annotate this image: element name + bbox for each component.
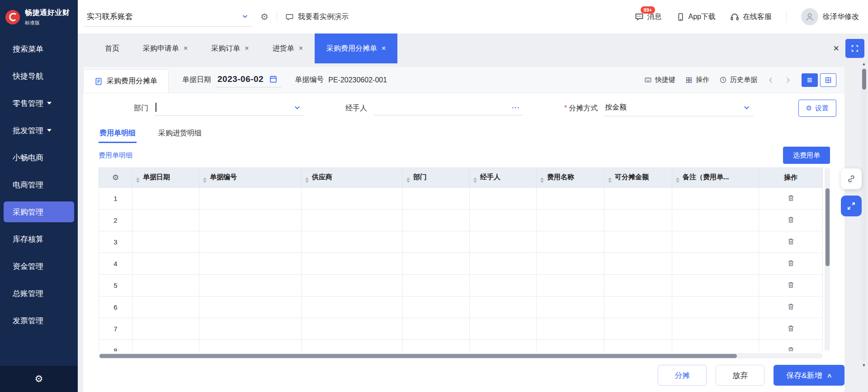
sidebar-item-xiaochang-ecommerce[interactable]: 小畅电商 bbox=[0, 144, 78, 171]
column-settings-icon[interactable]: ⚙ bbox=[112, 173, 119, 182]
sidebar-item-purchase[interactable]: 采购管理 bbox=[4, 201, 74, 222]
cell-fee-name[interactable] bbox=[537, 318, 604, 340]
delete-row-button[interactable] bbox=[787, 216, 795, 224]
sidebar-item-invoice[interactable]: 发票管理 bbox=[0, 307, 78, 334]
department-input[interactable] bbox=[155, 100, 304, 116]
cell-supplier[interactable] bbox=[302, 318, 403, 340]
cell-department[interactable] bbox=[403, 296, 470, 318]
detail-view-button[interactable] bbox=[820, 73, 836, 87]
close-icon[interactable]: × bbox=[382, 45, 386, 52]
tab-goods-receipt[interactable]: 进货单× bbox=[261, 33, 315, 63]
save-and-new-button[interactable]: 保存&新增 ∧ bbox=[774, 365, 844, 386]
cell-remark[interactable] bbox=[672, 210, 759, 231]
cell-department[interactable] bbox=[403, 210, 470, 231]
sidebar-item-funds[interactable]: 资金管理 bbox=[0, 253, 78, 280]
cell-handler[interactable] bbox=[470, 188, 537, 210]
cell-supplier[interactable] bbox=[302, 231, 403, 253]
cell-fee-name[interactable] bbox=[537, 340, 604, 352]
fee-detail-link[interactable]: 费用单明细 bbox=[99, 151, 132, 160]
cell-handler[interactable] bbox=[470, 318, 537, 340]
cell-department[interactable] bbox=[403, 318, 470, 340]
cell-amount[interactable] bbox=[604, 188, 672, 210]
cell-amount[interactable] bbox=[604, 318, 672, 340]
table-row[interactable]: 2 bbox=[99, 210, 823, 231]
table-row[interactable]: 7 bbox=[99, 318, 823, 340]
tab-purchase-fee-allocation[interactable]: 采购费用分摊单× bbox=[315, 33, 397, 63]
cell-amount[interactable] bbox=[604, 210, 672, 231]
settings-gear-button[interactable]: ⚙ bbox=[260, 11, 269, 22]
discard-button[interactable]: 放弃 bbox=[716, 365, 764, 386]
cell-date[interactable] bbox=[132, 231, 199, 253]
cell-fee-name[interactable] bbox=[537, 275, 604, 296]
cell-number[interactable] bbox=[199, 318, 302, 340]
table-row[interactable]: 1 bbox=[99, 188, 823, 210]
handler-input[interactable]: ··· bbox=[373, 101, 523, 115]
cell-fee-name[interactable] bbox=[537, 253, 604, 275]
app-download-button[interactable]: App下载 bbox=[676, 12, 716, 22]
cell-number[interactable] bbox=[199, 296, 302, 318]
messages-button[interactable]: 99+ 消息 bbox=[635, 12, 662, 22]
shortcut-keys-button[interactable]: 快捷键 bbox=[644, 76, 675, 84]
cell-amount[interactable] bbox=[604, 296, 672, 318]
cell-handler[interactable] bbox=[470, 275, 537, 296]
sidebar-item-quick-nav[interactable]: 快捷导航 bbox=[0, 62, 78, 90]
demo-link[interactable]: 我要看实例演示 bbox=[285, 12, 349, 22]
link-tool-button[interactable] bbox=[841, 168, 862, 189]
allocation-method-select[interactable]: 按金额 bbox=[604, 100, 753, 116]
close-tab-button[interactable]: × bbox=[833, 43, 839, 54]
close-icon[interactable]: × bbox=[245, 45, 249, 52]
cell-supplier[interactable] bbox=[302, 210, 403, 231]
scrollbar-thumb[interactable] bbox=[862, 69, 866, 90]
ellipsis-picker-icon[interactable]: ··· bbox=[512, 104, 520, 111]
cell-supplier[interactable] bbox=[302, 275, 403, 296]
cell-supplier[interactable] bbox=[302, 253, 403, 275]
cell-number[interactable] bbox=[199, 253, 302, 275]
sidebar-item-general-ledger[interactable]: 总账管理 bbox=[0, 280, 78, 307]
cell-remark[interactable] bbox=[672, 296, 759, 318]
cell-date[interactable] bbox=[132, 318, 199, 340]
expand-tool-button[interactable] bbox=[841, 196, 862, 216]
cell-handler[interactable] bbox=[470, 253, 537, 275]
tab-fee-detail[interactable]: 费用单明细 bbox=[99, 126, 137, 143]
cell-amount[interactable] bbox=[604, 231, 672, 253]
cell-remark[interactable] bbox=[672, 318, 759, 340]
scroll-up-arrow[interactable]: ▲ bbox=[861, 62, 867, 66]
table-vertical-scrollbar[interactable] bbox=[825, 167, 830, 351]
account-set-select[interactable]: 实习联系账套 bbox=[84, 7, 252, 27]
next-record-button[interactable] bbox=[784, 76, 792, 84]
delete-row-button[interactable] bbox=[787, 346, 795, 352]
cell-number[interactable] bbox=[199, 275, 302, 296]
table-horizontal-scrollbar[interactable] bbox=[99, 353, 823, 359]
cell-number[interactable] bbox=[199, 188, 302, 210]
sidebar-item-wholesale[interactable]: 批发管理 bbox=[0, 117, 78, 144]
close-icon[interactable]: × bbox=[299, 45, 303, 52]
cell-handler[interactable] bbox=[470, 210, 537, 231]
cell-amount[interactable] bbox=[604, 340, 672, 352]
sidebar-item-ecommerce[interactable]: 电商管理 bbox=[0, 171, 78, 198]
chevron-down-icon[interactable] bbox=[293, 104, 301, 111]
cell-number[interactable] bbox=[199, 210, 302, 231]
cell-fee-name[interactable] bbox=[537, 188, 604, 210]
history-button[interactable]: 历史单据 bbox=[719, 76, 757, 84]
date-input[interactable]: 2023-06-02 bbox=[216, 73, 281, 87]
tab-home[interactable]: 首页 bbox=[93, 33, 131, 63]
cell-date[interactable] bbox=[132, 275, 199, 296]
allocate-button[interactable]: 分摊 bbox=[658, 365, 707, 386]
table-row[interactable]: 5 bbox=[99, 275, 823, 296]
cell-supplier[interactable] bbox=[302, 340, 403, 352]
prev-record-button[interactable] bbox=[767, 76, 774, 84]
cell-remark[interactable] bbox=[672, 253, 759, 275]
cell-date[interactable] bbox=[132, 210, 199, 231]
cell-fee-name[interactable] bbox=[537, 231, 604, 253]
cell-handler[interactable] bbox=[470, 340, 537, 352]
settings-button[interactable]: ⚙ 设置 bbox=[798, 100, 836, 117]
online-service-button[interactable]: 在线客服 bbox=[730, 12, 772, 22]
cell-date[interactable] bbox=[132, 188, 199, 210]
delete-row-button[interactable] bbox=[787, 325, 795, 332]
table-row[interactable]: 3 bbox=[99, 231, 823, 253]
cell-amount[interactable] bbox=[604, 275, 672, 296]
cell-department[interactable] bbox=[403, 340, 470, 352]
cell-remark[interactable] bbox=[672, 188, 759, 210]
cell-department[interactable] bbox=[403, 275, 470, 296]
cell-remark[interactable] bbox=[672, 231, 759, 253]
